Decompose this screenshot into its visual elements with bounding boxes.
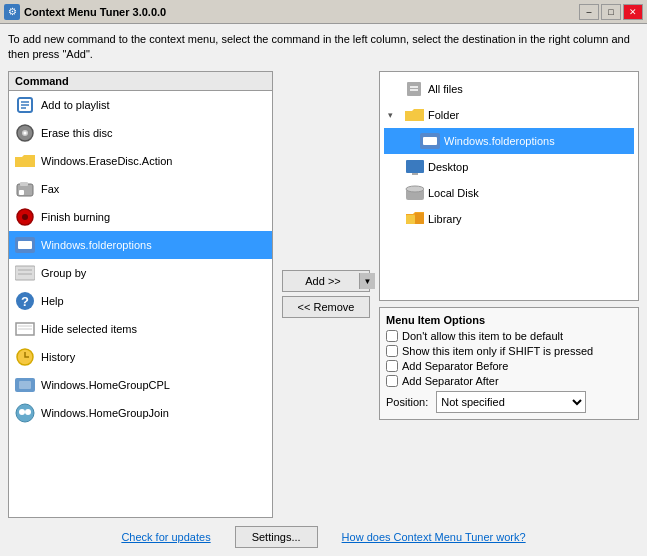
maximize-button[interactable]: □ — [601, 4, 621, 20]
bottom-bar: Check for updates Settings... How does C… — [8, 526, 639, 548]
list-item[interactable]: Group by — [9, 259, 272, 287]
tree-item-label: Windows.folderoptions — [444, 135, 555, 147]
remove-button-label: << Remove — [291, 301, 361, 313]
svg-rect-9 — [20, 182, 28, 186]
list-item-label: Windows.folderoptions — [41, 239, 152, 251]
list-item[interactable]: Erase this disc — [9, 119, 272, 147]
svg-rect-34 — [423, 137, 437, 145]
fax-icon — [15, 179, 35, 199]
list-item[interactable]: History — [9, 343, 272, 371]
list-item-label: Erase this disc — [41, 127, 113, 139]
tree-item[interactable]: Library — [384, 206, 634, 232]
add-button[interactable]: Add >> ▼ — [282, 270, 370, 292]
tree-item-label: Folder — [428, 109, 459, 121]
folderoptions-icon — [15, 235, 35, 255]
checkbox-row-4: Add Separator After — [386, 375, 632, 387]
content-area: Command Add to playlist Erase this disc — [8, 71, 639, 518]
list-item-label: Group by — [41, 267, 86, 279]
help-icon: ? — [15, 291, 35, 311]
svg-rect-14 — [18, 241, 32, 249]
homegroupcpl-icon — [15, 375, 35, 395]
svg-rect-32 — [405, 112, 424, 121]
collapse-icon: ▾ — [388, 110, 400, 120]
checkbox-label-2: Show this item only if SHIFT is pressed — [402, 345, 593, 357]
checkbox-label-1: Don't allow this item to be default — [402, 330, 563, 342]
position-select[interactable]: Not specified Top Bottom — [436, 391, 586, 413]
tree-item-label: All files — [428, 83, 463, 95]
svg-point-12 — [22, 214, 28, 220]
checkbox-row-3: Add Separator Before — [386, 360, 632, 372]
svg-rect-36 — [412, 173, 418, 175]
close-button[interactable]: ✕ — [623, 4, 643, 20]
list-item-label: History — [41, 351, 75, 363]
allfiles-icon — [404, 79, 424, 99]
svg-rect-10 — [19, 190, 24, 195]
groupby-icon — [15, 263, 35, 283]
desktop-icon — [404, 157, 424, 177]
svg-point-6 — [24, 131, 27, 134]
list-item-label: Windows.HomeGroupCPL — [41, 379, 170, 391]
history-icon — [15, 347, 35, 367]
how-it-works-link[interactable]: How does Context Menu Tuner work? — [326, 527, 542, 547]
svg-point-38 — [406, 186, 424, 192]
list-item[interactable]: Add to playlist — [9, 91, 272, 119]
svg-rect-7 — [15, 158, 35, 167]
list-item-label: Hide selected items — [41, 323, 137, 335]
svg-text:?: ? — [21, 294, 29, 309]
burn-icon — [15, 207, 35, 227]
settings-button[interactable]: Settings... — [235, 526, 318, 548]
destination-tree[interactable]: All files ▾ Folder Windows.foldero — [379, 71, 639, 301]
separator-after-checkbox[interactable] — [386, 375, 398, 387]
homegroupjoin-icon — [15, 403, 35, 423]
svg-rect-40 — [415, 213, 424, 224]
list-item[interactable]: Finish burning — [9, 203, 272, 231]
tree-item[interactable]: Desktop — [384, 154, 634, 180]
localdisk-icon — [404, 183, 424, 203]
svg-point-28 — [25, 409, 31, 415]
folder-yellow-icon — [404, 105, 424, 125]
list-item[interactable]: Windows.HomeGroupCPL — [9, 371, 272, 399]
shift-only-checkbox[interactable] — [386, 345, 398, 357]
middle-panel: Add >> ▼ << Remove — [281, 71, 371, 518]
remove-button[interactable]: << Remove — [282, 296, 370, 318]
svg-rect-35 — [406, 160, 424, 173]
destination-panel: All files ▾ Folder Windows.foldero — [379, 71, 639, 518]
playlist-icon — [15, 95, 35, 115]
instruction-text: To add new command to the context menu, … — [8, 32, 639, 63]
position-row: Position: Not specified Top Bottom — [386, 391, 632, 413]
disc-icon — [15, 123, 35, 143]
list-item[interactable]: Fax — [9, 175, 272, 203]
svg-rect-15 — [15, 266, 35, 280]
title-bar-left: ⚙ Context Menu Tuner 3.0.0.0 — [4, 4, 166, 20]
add-button-label: Add >> — [291, 275, 355, 287]
svg-rect-39 — [406, 215, 415, 224]
list-item[interactable]: Windows.EraseDisc.Action — [9, 147, 272, 175]
list-item-label: Windows.HomeGroupJoin — [41, 407, 169, 419]
tree-item[interactable]: Windows.folderoptions — [384, 128, 634, 154]
tree-item[interactable]: Local Disk — [384, 180, 634, 206]
list-item[interactable]: Windows.HomeGroupJoin — [9, 399, 272, 427]
hide-icon — [15, 319, 35, 339]
tree-item[interactable]: ▾ Folder — [384, 102, 634, 128]
list-item-label: Add to playlist — [41, 99, 109, 111]
list-item[interactable]: Windows.folderoptions — [9, 231, 272, 259]
options-title: Menu Item Options — [386, 314, 632, 326]
app-title: Context Menu Tuner 3.0.0.0 — [24, 6, 166, 18]
minimize-button[interactable]: – — [579, 4, 599, 20]
command-list[interactable]: Add to playlist Erase this disc Windows.… — [8, 90, 273, 518]
add-dropdown-arrow[interactable]: ▼ — [359, 273, 375, 289]
checkbox-row-1: Don't allow this item to be default — [386, 330, 632, 342]
dont-allow-default-checkbox[interactable] — [386, 330, 398, 342]
window-controls[interactable]: – □ ✕ — [579, 4, 643, 20]
checkbox-row-2: Show this item only if SHIFT is pressed — [386, 345, 632, 357]
check-for-updates-link[interactable]: Check for updates — [105, 527, 226, 547]
command-panel: Command Add to playlist Erase this disc — [8, 71, 273, 518]
command-panel-header: Command — [8, 71, 273, 90]
separator-before-checkbox[interactable] — [386, 360, 398, 372]
tree-item[interactable]: All files — [384, 76, 634, 102]
list-item[interactable]: Hide selected items — [9, 315, 272, 343]
title-bar: ⚙ Context Menu Tuner 3.0.0.0 – □ ✕ — [0, 0, 647, 24]
tree-item-label: Local Disk — [428, 187, 479, 199]
tree-item-label: Library — [428, 213, 462, 225]
list-item[interactable]: ? Help — [9, 287, 272, 315]
